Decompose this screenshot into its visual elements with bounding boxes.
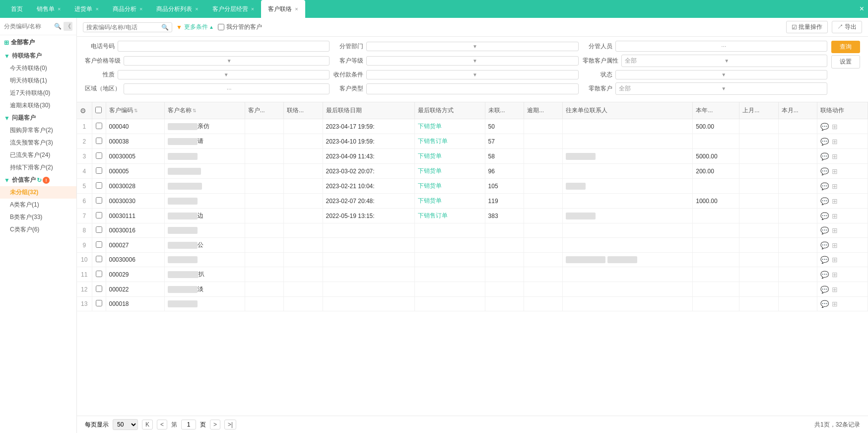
sidebar-item-7days[interactable]: 近7天待联络(0)	[0, 87, 76, 99]
sidebar-item-tomorrow[interactable]: 明天待联络(1)	[0, 74, 76, 87]
col-code-header[interactable]: 客户编码⇅	[106, 102, 164, 119]
customer-type-input[interactable]	[366, 83, 578, 94]
row-checkbox[interactable]	[96, 138, 102, 144]
contact-method-link[interactable]: 下销售订单	[418, 212, 448, 219]
nav-tab-purchase[interactable]: 进货单 ×	[67, 0, 105, 18]
chat-icon[interactable]: 💬	[820, 138, 829, 145]
my-customers-checkbox-wrap[interactable]: 我分管的客户	[218, 23, 262, 31]
contact-method-link[interactable]: 下销售订单	[418, 138, 448, 144]
status-select[interactable]: ▼	[615, 70, 827, 79]
nav-tab-customer-segment[interactable]: 客户分层经营 ×	[205, 0, 261, 18]
grid-action-icon[interactable]: ⊞	[832, 212, 838, 220]
row-checkbox[interactable]	[96, 167, 102, 174]
customer-level-select[interactable]: ▼	[366, 56, 578, 66]
col-gear[interactable]: ⚙	[77, 102, 92, 119]
contact-method-link[interactable]: 下销货单	[418, 182, 442, 189]
sidebar-search-icon[interactable]: 🔍	[54, 23, 62, 30]
sidebar-item-c-class[interactable]: C类客户(6)	[0, 223, 76, 236]
grid-action-icon[interactable]: ⊞	[832, 271, 838, 279]
department-select[interactable]: ▼	[366, 42, 578, 51]
sidebar-item-churned[interactable]: 已流失客户(24)	[0, 149, 76, 161]
nav-tab-sales[interactable]: 销售单 ×	[30, 0, 67, 18]
grid-action-icon[interactable]: ⊞	[832, 286, 838, 293]
row-checkbox[interactable]	[96, 300, 102, 306]
row-checkbox[interactable]	[96, 197, 102, 204]
chat-icon[interactable]: 💬	[820, 300, 829, 308]
page-input[interactable]	[181, 420, 196, 430]
first-page-btn[interactable]: K	[142, 420, 153, 430]
all-customers-header[interactable]: ⊞ 全部客户	[0, 35, 76, 50]
grid-action-icon[interactable]: ⊞	[832, 182, 838, 190]
sidebar-item-today[interactable]: 今天待联络(0)	[0, 62, 76, 74]
row-checkbox[interactable]	[96, 256, 102, 262]
nav-tab-product-list[interactable]: 商品分析列表 ×	[149, 0, 205, 18]
close-product-analysis-tab[interactable]: ×	[139, 6, 142, 12]
row-checkbox[interactable]	[96, 152, 102, 159]
row-checkbox[interactable]	[96, 286, 102, 292]
problem-customers-group[interactable]: ▼ 问题客户	[0, 112, 76, 124]
sidebar-item-overdue[interactable]: 逾期未联络(30)	[0, 99, 76, 112]
chat-icon[interactable]: 💬	[820, 152, 829, 160]
chat-icon[interactable]: 💬	[820, 182, 829, 190]
nav-tab-home[interactable]: 首页	[4, 0, 30, 18]
pending-contact-group[interactable]: ▼ 待联络客户	[0, 50, 76, 62]
nav-tab-customer-contact[interactable]: 客户联络 ×	[261, 0, 305, 18]
row-checkbox[interactable]	[96, 123, 102, 129]
nature-select[interactable]: ▼	[118, 70, 330, 79]
row-checkbox[interactable]	[96, 271, 102, 277]
my-customers-checkbox[interactable]	[218, 24, 224, 30]
close-customer-segment-tab[interactable]: ×	[251, 6, 254, 12]
retail-customer-select[interactable]: 全部 ▼	[615, 82, 827, 95]
export-btn[interactable]: ↗ 导出	[832, 21, 862, 33]
manager-dots[interactable]: ···	[719, 43, 824, 50]
nav-tab-product-analysis[interactable]: 商品分析 ×	[106, 0, 149, 18]
region-select[interactable]: ···	[124, 83, 330, 94]
select-all-checkbox[interactable]	[95, 107, 102, 113]
search-btn-icon[interactable]: 🔍	[161, 24, 169, 31]
prev-page-btn[interactable]: <	[157, 420, 167, 430]
row-checkbox[interactable]	[96, 182, 102, 189]
region-dots[interactable]: ···	[225, 85, 327, 92]
close-sales-tab[interactable]: ×	[58, 6, 61, 12]
sidebar-collapse-btn[interactable]: 《	[64, 22, 72, 31]
close-product-list-tab[interactable]: ×	[195, 6, 198, 12]
grid-action-icon[interactable]: ⊞	[832, 226, 838, 234]
retail-attr-select[interactable]: 全部 ▼	[621, 55, 827, 67]
query-btn[interactable]: 查询	[831, 41, 860, 53]
search-input[interactable]	[86, 24, 161, 31]
payment-select[interactable]: ▼	[366, 70, 578, 79]
contact-method-link[interactable]: 下销货单	[418, 197, 442, 204]
more-conditions-btn[interactable]: ▼ 更多条件 ▲	[176, 23, 214, 31]
contact-method-link[interactable]: 下销货单	[418, 152, 442, 159]
grid-action-icon[interactable]: ⊞	[832, 300, 838, 308]
grid-action-icon[interactable]: ⊞	[832, 241, 838, 249]
contact-method-link[interactable]: 下销货单	[418, 123, 442, 130]
reset-btn[interactable]: 设置	[831, 55, 860, 69]
row-checkbox[interactable]	[96, 212, 102, 218]
gear-icon[interactable]: ⚙	[80, 107, 86, 115]
sidebar-item-declining[interactable]: 持续下滑客户(2)	[0, 161, 76, 174]
grid-action-icon[interactable]: ⊞	[832, 123, 838, 131]
sidebar-item-ungrouped[interactable]: 未分组(32)	[0, 186, 76, 199]
chat-icon[interactable]: 💬	[820, 256, 829, 264]
page-size-select[interactable]: 50 100	[113, 419, 138, 430]
contact-method-link[interactable]: 下销货单	[418, 167, 442, 174]
row-checkbox[interactable]	[96, 226, 102, 233]
window-close-btn[interactable]: ×	[860, 4, 864, 13]
chat-icon[interactable]: 💬	[820, 271, 829, 279]
next-page-btn[interactable]: >	[210, 420, 220, 430]
refresh-icon[interactable]: ↻	[37, 177, 42, 184]
grid-action-icon[interactable]: ⊞	[832, 138, 838, 145]
price-level-select[interactable]: ▼	[124, 56, 330, 66]
sidebar-item-churn-warning[interactable]: 流失预警客户(3)	[0, 137, 76, 149]
batch-ops-btn[interactable]: ☑ 批量操作	[786, 21, 828, 33]
last-page-btn[interactable]: >|	[224, 420, 236, 430]
sidebar-item-abnormal[interactable]: 囤购异常客户(2)	[0, 124, 76, 137]
grid-action-icon[interactable]: ⊞	[832, 197, 838, 205]
sidebar-item-a-class[interactable]: A类客户(1)	[0, 199, 76, 211]
chat-icon[interactable]: 💬	[820, 286, 829, 293]
grid-action-icon[interactable]: ⊞	[832, 152, 838, 160]
value-customers-group[interactable]: ▼ 价值客户 ↻ !	[0, 174, 76, 186]
close-customer-contact-tab[interactable]: ×	[295, 6, 298, 12]
sidebar-search-input[interactable]	[4, 23, 52, 30]
